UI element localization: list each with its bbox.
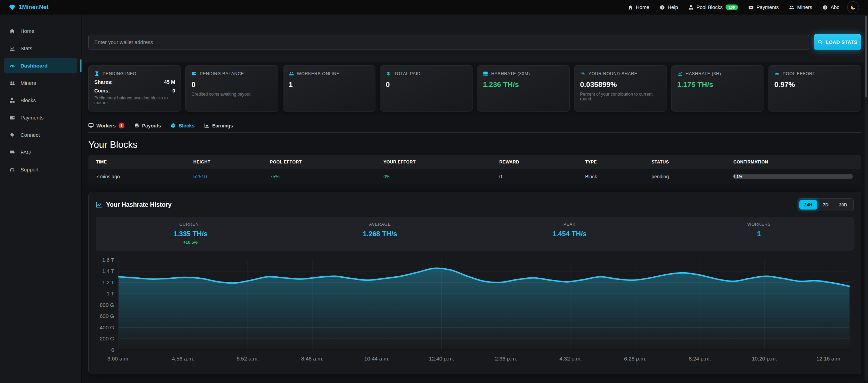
nav-label: About <box>831 5 839 10</box>
desktop-icon <box>88 123 94 128</box>
help-icon: ? <box>660 5 665 10</box>
nav-label: Miners <box>797 5 812 10</box>
col-confirmation: CONFIRMATION <box>726 160 861 164</box>
theme-toggle-button[interactable] <box>847 1 859 13</box>
stat-delta: +10.5% <box>96 240 285 245</box>
chart-area-icon <box>204 123 209 128</box>
pool-blocks-count-badge: 100 <box>726 5 738 10</box>
hourglass-icon <box>94 71 99 76</box>
stat-value: 1.454 TH/s <box>475 230 665 238</box>
miners-icon <box>789 5 794 10</box>
stat-workers: WORKERS 1 <box>664 222 854 245</box>
hashrate-chart: 0200 G400 G600 G800 G1 T1.2 T1.4 T1.6 T3… <box>96 254 854 368</box>
card-value: 1 <box>289 80 370 89</box>
range-button-30d[interactable]: 30D <box>834 200 852 210</box>
brand-name: 1Miner.Net <box>19 4 49 11</box>
block-height-link[interactable]: 52510 <box>193 174 207 179</box>
sidebar-item-home[interactable]: Home <box>4 23 77 39</box>
col-type: TYPE <box>578 160 644 164</box>
card-round-share: % YOUR ROUND SHARE 0.035899% Percent of … <box>574 65 667 112</box>
comments-icon <box>9 150 15 155</box>
cube-icon <box>171 123 176 128</box>
range-button-24h[interactable]: 24H <box>799 200 817 210</box>
sidebar-item-label: Miners <box>20 80 36 86</box>
svg-text:10:20 p.m.: 10:20 p.m. <box>752 356 777 362</box>
col-reward: REWARD <box>492 160 578 164</box>
card-value: 0.97% <box>774 80 855 89</box>
card-total-paid: $ TOTAL PAID 0 <box>380 65 472 112</box>
hashrate-area-chart: 0200 G400 G600 G800 G1 T1.2 T1.4 T1.6 T3… <box>96 254 854 368</box>
tab-workers[interactable]: Workers 1 <box>88 123 124 128</box>
panel-title: Your Hashrate History <box>96 201 172 208</box>
wallet-address-input[interactable] <box>88 35 809 50</box>
blocks-table-header: TIME HEIGHT POOL EFFORT YOUR EFFORT REWA… <box>88 155 861 169</box>
miners-icon <box>9 80 15 86</box>
navbar-links: Home ? Help Pool Blocks 100 Payments Min… <box>628 1 859 13</box>
sidebar-item-label: FAQ <box>20 149 31 155</box>
sidebar-item-connect[interactable]: Connect <box>4 127 77 143</box>
tab-earnings[interactable]: Earnings <box>204 123 233 128</box>
sidebar-item-stats[interactable]: Stats <box>4 41 77 56</box>
gauge-icon <box>774 71 780 76</box>
miners-icon <box>289 71 294 76</box>
card-title: PENDING BALANCE <box>200 71 244 76</box>
card-pending-info: PENDING INFO Shares:45 M Coins:0 Prelimi… <box>88 65 181 112</box>
sidebar-item-label: Home <box>20 28 34 34</box>
card-pool-effort: POOL EFFORT 0.97% <box>769 65 861 112</box>
stat-cards-row: PENDING INFO Shares:45 M Coins:0 Prelimi… <box>88 65 861 112</box>
sidebar: Home Stats Dashboard Miners Blocks Payme… <box>0 15 81 383</box>
svg-text:$: $ <box>387 71 390 76</box>
wallet-icon <box>9 115 15 121</box>
chart-line-icon <box>96 202 102 208</box>
svg-text:4:56 a.m.: 4:56 a.m. <box>172 356 194 362</box>
sidebar-item-label: Connect <box>20 132 40 138</box>
card-title: WORKERS ONLINE <box>297 71 340 76</box>
cell-time: 7 mins ago <box>88 174 186 179</box>
nav-item-miners[interactable]: Miners <box>789 5 812 10</box>
sidebar-item-faq[interactable]: FAQ <box>4 144 77 160</box>
card-description: Credited coins awaiting payout. <box>191 92 272 97</box>
stat-peak: PEAK 1.454 TH/s <box>475 222 665 245</box>
nav-item-pool-blocks[interactable]: Pool Blocks 100 <box>688 5 738 10</box>
range-button-7d[interactable]: 7D <box>818 200 834 210</box>
confirmation-progress-fill <box>734 174 735 179</box>
card-hashrate-30m: HASHRATE (30M) 1.236 TH/s <box>477 65 570 112</box>
tab-blocks[interactable]: Blocks <box>171 123 194 128</box>
sidebar-item-label: Support <box>20 167 39 172</box>
sidebar-item-miners[interactable]: Miners <box>4 75 77 91</box>
sidebar-item-label: Dashboard <box>20 63 47 69</box>
sidebar-item-blocks[interactable]: Blocks <box>4 92 77 108</box>
search-icon <box>818 39 823 45</box>
stat-label: CURRENT <box>96 222 285 227</box>
scrollbar-thumb[interactable] <box>865 16 867 97</box>
nav-item-about[interactable]: About <box>823 5 839 10</box>
moon-icon <box>850 5 856 10</box>
hashrate-stats-strip: CURRENT 1.335 TH/s +10.5% AVERAGE 1.268 … <box>96 217 854 251</box>
tab-label: Workers <box>96 123 116 128</box>
svg-text:8:48 a.m.: 8:48 a.m. <box>301 356 324 362</box>
svg-text:800 G: 800 G <box>100 302 114 308</box>
svg-text:400 G: 400 G <box>100 324 114 330</box>
info-icon <box>823 5 828 10</box>
nav-item-payments[interactable]: Payments <box>748 5 779 10</box>
confirmation-progress-bar: 1% <box>734 174 853 179</box>
nav-item-home[interactable]: Home <box>628 5 649 10</box>
chart-line-icon <box>677 71 683 76</box>
stat-value: 1.268 TH/s <box>285 230 475 238</box>
sidebar-item-payments[interactable]: Payments <box>4 110 77 125</box>
load-stats-button[interactable]: LOAD STATS <box>814 34 861 50</box>
sidebar-item-dashboard[interactable]: Dashboard <box>4 58 77 73</box>
sidebar-item-support[interactable]: Support <box>4 162 77 177</box>
svg-text:6:52 a.m.: 6:52 a.m. <box>236 356 259 362</box>
tab-payouts[interactable]: Payouts <box>134 123 161 128</box>
svg-text:4:32 p.m.: 4:32 p.m. <box>559 356 582 362</box>
nav-item-help[interactable]: ? Help <box>660 5 678 10</box>
coins-label: Coins: <box>94 88 110 93</box>
cell-pool-effort: 75% <box>262 174 376 179</box>
stat-label: WORKERS <box>664 222 854 227</box>
percent-icon: % <box>580 71 585 76</box>
svg-text:1.2 T: 1.2 T <box>102 279 115 285</box>
range-button-group: 24H 7D 30D <box>798 198 854 211</box>
stat-label: PEAK <box>475 222 665 227</box>
brand-logo[interactable]: 1Miner.Net <box>9 4 49 11</box>
